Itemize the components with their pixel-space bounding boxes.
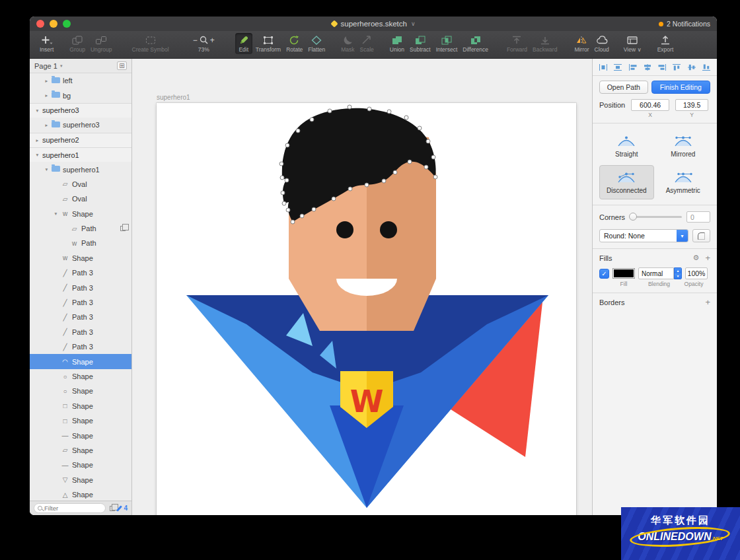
round-dropdown[interactable]: Round: None ▼	[599, 229, 688, 242]
layer-row-bg[interactable]: ▸bg	[30, 88, 131, 102]
point-type-mirrored[interactable]: Mirrored	[656, 129, 711, 163]
blending-stepper[interactable]: ▲▼	[674, 267, 682, 279]
layer-row-superhero3[interactable]: ▾superhero3	[30, 103, 131, 118]
layer-row-left[interactable]: ▸left	[30, 73, 131, 88]
layer-row-shape[interactable]: □Shape	[30, 399, 131, 413]
layer-row-shape[interactable]: ◠Shape	[30, 354, 131, 368]
layer-row-superhero3[interactable]: ▸superhero3	[30, 118, 131, 132]
opacity-field[interactable]: 100%	[685, 267, 708, 279]
layer-row-shape[interactable]: ▱Shape	[30, 443, 131, 458]
point-type-asymmetric[interactable]: Asymmetric	[656, 165, 711, 199]
toolbar-create-symbol-button[interactable]: Create Symbol	[130, 33, 171, 54]
slider-knob[interactable]	[629, 213, 637, 221]
corners-value-field[interactable]: 0	[686, 211, 710, 223]
layer-row-path-3[interactable]: ╱Path 3	[30, 265, 131, 280]
pages-grid-icon[interactable]: ⊞	[117, 61, 127, 70]
gear-icon[interactable]: ⚙	[693, 254, 700, 262]
notifications-indicator[interactable]: 2 Notifications	[659, 17, 710, 31]
layer-row-path-3[interactable]: ╱Path 3	[30, 280, 131, 295]
distribute-horizontal-icon[interactable]	[599, 63, 608, 71]
distribute-vertical-icon[interactable]	[613, 63, 622, 71]
layer-row-path[interactable]: wPath	[30, 236, 131, 250]
fill-checkbox[interactable]: ✓	[599, 269, 609, 279]
align-bottom-icon[interactable]	[702, 63, 711, 71]
layer-row-superhero2[interactable]: ▸superhero2	[30, 133, 131, 147]
finish-editing-button[interactable]: Finish Editing	[651, 81, 710, 94]
toolbar-cloud-button[interactable]: Cloud	[593, 33, 611, 54]
toolbar-group-button[interactable]: Group	[67, 33, 87, 54]
layer-row-path[interactable]: ▱Path	[30, 221, 131, 236]
toolbar-backward-button[interactable]: Backward	[531, 33, 559, 54]
disclosure-icon[interactable]: ▸	[43, 122, 50, 128]
disclosure-icon[interactable]: ▾	[34, 152, 41, 158]
toolbar-mirror-button[interactable]: Mirror	[572, 33, 591, 54]
zoom-button[interactable]	[63, 20, 71, 28]
corner-radius-button[interactable]	[692, 229, 710, 242]
layer-row-shape[interactable]: ○Shape	[30, 369, 131, 384]
blending-dropdown[interactable]: Normal	[638, 267, 674, 279]
align-right-icon[interactable]	[657, 63, 667, 71]
add-fill-icon[interactable]: +	[705, 253, 710, 263]
layer-row-oval[interactable]: ▱Oval	[30, 177, 131, 192]
layer-row-path-3[interactable]: ╱Path 3	[30, 310, 131, 324]
layer-row-path-3[interactable]: ╱Path 3	[30, 295, 131, 310]
disclosure-icon[interactable]: ▾	[43, 166, 50, 172]
artboard-label[interactable]: superhero1	[157, 94, 190, 101]
align-top-icon[interactable]	[672, 63, 681, 71]
toolbar-transform-button[interactable]: Transform	[254, 33, 283, 54]
title-chevron-icon[interactable]: ∨	[411, 20, 416, 27]
layer-row-shape[interactable]: ▾wShape	[30, 207, 131, 221]
minimize-button[interactable]	[50, 20, 57, 28]
toolbar-scale-button[interactable]: Scale	[358, 33, 376, 54]
duplicate-icon[interactable]	[110, 506, 115, 511]
align-center-horizontal-icon[interactable]	[643, 63, 652, 71]
layer-row-shape[interactable]: —Shape	[30, 458, 131, 472]
point-type-straight[interactable]: Straight	[599, 129, 654, 163]
toolbar-intersect-button[interactable]: Intersect	[434, 33, 460, 54]
layer-row-shape[interactable]: wShape	[30, 251, 131, 265]
disclosure-icon[interactable]: ▾	[34, 108, 41, 114]
open-path-button[interactable]: Open Path	[599, 81, 648, 94]
toolbar-ungroup-button[interactable]: Ungroup	[89, 33, 114, 54]
toolbar-edit-button[interactable]: Edit	[235, 33, 252, 54]
toolbar-view-button[interactable]: View ∨	[622, 33, 644, 54]
y-position-field[interactable]: 139.5	[675, 99, 708, 111]
x-position-field[interactable]: 600.46	[631, 99, 669, 111]
toolbar-flatten-button[interactable]: Flatten	[306, 33, 327, 54]
corners-slider[interactable]	[630, 216, 682, 218]
canvas[interactable]: superhero1	[132, 59, 592, 515]
toolbar-union-button[interactable]: Union	[388, 33, 406, 54]
artboard[interactable]: W	[157, 103, 576, 515]
layer-row-oval[interactable]: ▱Oval	[30, 192, 131, 206]
disclosure-icon[interactable]: ▸	[43, 78, 50, 84]
layer-row-superhero1[interactable]: ▾superhero1	[30, 147, 131, 162]
toolbar-difference-button[interactable]: Difference	[461, 33, 490, 54]
layer-row-path-3[interactable]: ╱Path 3	[30, 325, 131, 339]
toolbar-forward-button[interactable]: Forward	[505, 33, 529, 54]
layer-row-path-3[interactable]: ╱Path 3	[30, 339, 131, 354]
toolbar-73--button[interactable]: −+73%	[190, 33, 218, 54]
add-border-icon[interactable]: +	[705, 297, 710, 307]
close-button[interactable]	[36, 20, 44, 28]
toolbar-subtract-button[interactable]: Subtract	[408, 33, 433, 54]
layer-row-superhero1[interactable]: ▾superhero1	[30, 162, 131, 176]
layer-row-shape[interactable]: ○Shape	[30, 384, 131, 398]
disclosure-icon[interactable]: ▸	[34, 137, 41, 143]
disclosure-icon[interactable]: ▸	[43, 92, 50, 98]
filter-input[interactable]	[44, 505, 102, 512]
toolbar-export-button[interactable]: Export	[655, 33, 676, 54]
layer-row-shape[interactable]: ▽Shape	[30, 473, 131, 487]
layer-row-shape[interactable]: □Shape	[30, 413, 131, 428]
layer-row-shape[interactable]: —Shape	[30, 428, 131, 442]
layer-row-shape[interactable]: △Shape	[30, 487, 131, 501]
fill-color-swatch[interactable]	[612, 268, 635, 279]
toolbar-insert-button[interactable]: Insert	[38, 33, 56, 54]
page-selector[interactable]: Page 1 ▾ ⊞	[30, 59, 131, 73]
toolbar-rotate-button[interactable]: Rotate	[284, 33, 305, 54]
align-left-icon[interactable]	[628, 63, 638, 71]
point-type-disconnected[interactable]: Disconnected	[599, 165, 654, 199]
filter-searchbox[interactable]	[34, 503, 106, 513]
disclosure-icon[interactable]: ▾	[52, 211, 59, 217]
align-middle-vertical-icon[interactable]	[687, 63, 696, 71]
toolbar-mask-button[interactable]: Mask	[339, 33, 356, 54]
